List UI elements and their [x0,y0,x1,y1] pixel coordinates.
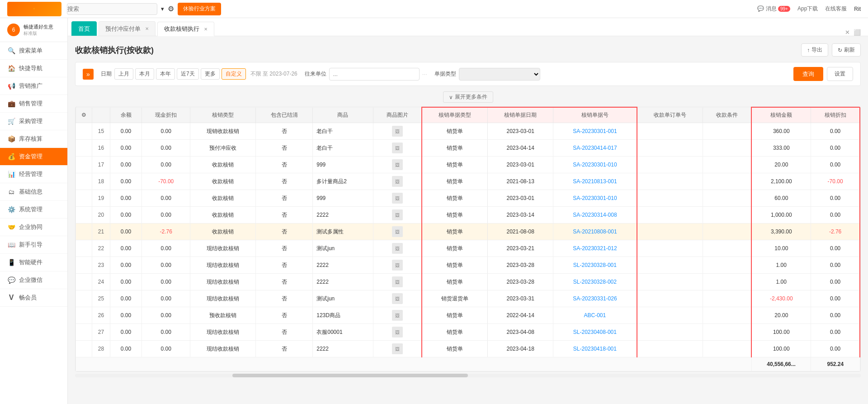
bill-no-link[interactable]: SA-20210813-001 [573,178,617,185]
td-bill-no[interactable]: SL-20230408-001 [553,324,637,341]
bill-no-link[interactable]: SA-20230301-010 [573,195,617,201]
td-collection-terms [703,207,751,223]
td-bill-no[interactable]: SA-20230301-010 [553,190,637,207]
td-product-img: 🖼 [373,324,422,341]
td-cash-discount: -2.76 [142,223,190,240]
td-bill-no[interactable]: SA-20230331-026 [553,290,637,307]
tab-collection[interactable]: 收款核销执行 ✕ [157,22,214,36]
date-option-this-month[interactable]: 本月 [135,68,154,80]
sidebar-item-smart-hw[interactable]: 📱 智能硬件 [0,254,67,271]
td-amount: 10.00 [751,240,811,257]
window-close-icon[interactable]: ✕ [845,29,850,36]
date-option-custom[interactable]: 自定义 [222,68,246,80]
bill-no-link[interactable]: SL-20230408-001 [573,329,617,335]
filter-expand-btn[interactable]: » [83,69,94,80]
sidebar-item-vip[interactable]: V 畅会员 [0,289,67,307]
th-bill-type: 核销单据类型 [422,107,488,123]
expand-more-section: ∨ 展开更多条件 [75,91,861,103]
brand-name: 畅捷通好生意 [24,24,53,30]
td-collection-order [637,341,703,357]
sidebar-item-quick-nav[interactable]: 🏠 快捷导航 [0,60,67,77]
horizontal-scrollbar[interactable] [75,374,861,377]
td-collection-terms [703,240,751,257]
td-bill-no[interactable]: SA-20210813-001 [553,173,637,190]
sidebar-item-marketing[interactable]: 📢 营销推广 [0,77,67,95]
td-bill-no[interactable]: SA-20230414-017 [553,140,637,157]
td-bill-no[interactable]: SA-20230321-012 [553,240,637,257]
bill-no-link[interactable]: SA-20230414-017 [573,145,617,151]
bill-no-link[interactable]: SA-20230321-012 [573,245,617,252]
export-btn[interactable]: ↑ 导出 [801,43,828,57]
table-row: 23 0.00 0.00 现结收款核销 否 2222 🖼 销货单 2023-03… [76,257,860,274]
message-icon[interactable]: 💬 消息 99+ [757,5,790,13]
bill-no-link[interactable]: SL-20230328-001 [573,262,617,268]
sidebar-item-finance[interactable]: 💰 资金管理 [0,148,67,166]
td-bill-no[interactable]: ABC-001 [553,307,637,324]
td-write-off-type: 现结收款核销 [190,257,256,274]
sidebar-item-newbie[interactable]: 📖 新手引导 [0,236,67,254]
td-bill-date: 2021-08-13 [488,173,553,190]
expand-more-btn[interactable]: ∨ 展开更多条件 [443,91,493,103]
tab-prepay-close[interactable]: ✕ [145,26,149,31]
filter-bar: » 日期 上月 本月 本年 近7天 更多 自定义 不限 至 2023-07-26 [75,62,861,86]
sidebar-item-wechat[interactable]: 💬 企业微信 [0,271,67,289]
query-btn[interactable]: 查询 [793,67,823,81]
td-balance: 0.00 [110,324,142,341]
td-bill-no[interactable]: SA-20230301-001 [553,123,637,140]
date-option-more[interactable]: 更多 [201,68,220,80]
from-unit-input[interactable] [329,68,420,81]
td-bill-no[interactable]: SA-20230301-010 [553,157,637,173]
bill-type-select[interactable] [459,68,540,81]
tab-home[interactable]: 首页 [71,21,97,36]
td-bill-no[interactable]: SL-20230418-001 [553,341,637,357]
sidebar-item-search-menu[interactable]: 🔍 搜索菜单 [0,42,67,60]
td-amount: 20.00 [751,307,811,324]
bill-no-link[interactable]: SA-20230331-026 [573,295,617,302]
td-bill-no[interactable]: SL-20230328-001 [553,257,637,274]
td-gear [76,123,92,140]
td-collection-terms [703,257,751,274]
bill-no-link[interactable]: ABC-001 [584,312,606,318]
sidebar-item-inventory[interactable]: 📦 库存核算 [0,130,67,148]
bill-no-link[interactable]: SA-20210808-001 [573,228,617,235]
app-download-link[interactable]: App下载 [797,5,818,13]
sidebar-item-base[interactable]: 🗂 基础信息 [0,183,67,201]
td-bill-no[interactable]: SA-20230314-008 [553,207,637,223]
date-option-this-year[interactable]: 本年 [156,68,175,80]
bill-no-link[interactable]: SA-20230301-001 [573,128,617,134]
td-bill-no[interactable]: SL-20230328-002 [553,274,637,290]
expand-more-label: 展开更多条件 [455,93,487,101]
refresh-btn[interactable]: ↻ 刷新 [832,43,861,57]
industry-solution-btn[interactable]: 休验行业方案 [178,3,221,15]
online-service-link[interactable]: 在线客服 [825,5,847,13]
sidebar-item-system[interactable]: ⚙️ 系统管理 [0,201,67,219]
td-cash-discount: 0.00 [142,240,190,257]
sidebar-item-enterprise[interactable]: 🤝 企业协同 [0,219,67,236]
bill-no-link[interactable]: SL-20230418-001 [573,346,617,352]
td-included: 否 [256,207,313,223]
window-maximize-icon[interactable]: ⬜ [854,29,861,36]
sidebar-item-sales[interactable]: 💼 销售管理 [0,95,67,113]
tab-prepay[interactable]: 预付冲应付单 ✕ [99,21,156,36]
td-bill-no[interactable]: SA-20210808-001 [553,223,637,240]
marketing-icon: 📢 [7,82,15,90]
date-label: 日期 [101,70,112,78]
sidebar: 6 畅捷通好生意 标准版 🔍 搜索菜单 🏠 快捷导航 📢 营销推广 💼 销售管理… [0,18,68,404]
refresh-icon: ↻ [838,47,842,53]
sidebar-item-purchase[interactable]: 🛒 采购管理 [0,113,67,130]
td-gear [76,274,92,290]
tab-collection-close[interactable]: ✕ [204,27,208,32]
home-icon: 🏠 [7,64,15,72]
td-collection-order [637,157,703,173]
date-option-7days[interactable]: 近7天 [177,68,199,80]
top-search-input[interactable] [67,3,157,15]
gear-icon[interactable]: ⚙ [168,5,174,13]
bill-no-link[interactable]: SL-20230328-002 [573,279,617,285]
bill-no-link[interactable]: SA-20230314-008 [573,212,617,218]
td-row-num: 26 [92,307,110,324]
date-option-last-month[interactable]: 上月 [114,68,133,80]
sidebar-item-biz[interactable]: 📊 经营管理 [0,166,67,183]
bill-no-link[interactable]: SA-20230301-010 [573,162,617,168]
settings-btn[interactable]: 设置 [827,67,853,81]
td-row-num: 22 [92,240,110,257]
